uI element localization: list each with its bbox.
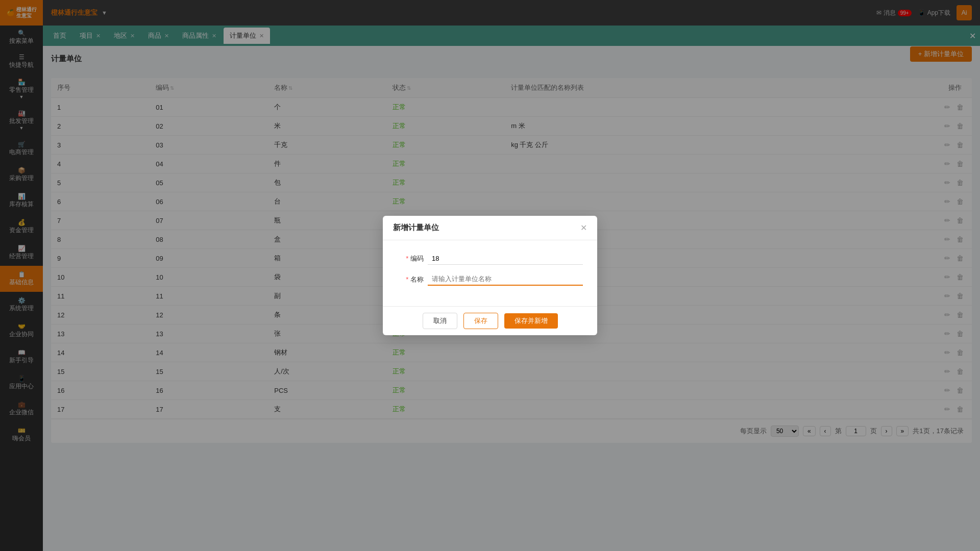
add-unit-modal: 新增计量单位 ✕ * 编码 * 名称 取消 保存 保存并新增 xyxy=(383,216,597,335)
name-input[interactable] xyxy=(428,273,583,286)
modal-overlay: 新增计量单位 ✕ * 编码 * 名称 取消 保存 保存并新增 xyxy=(0,0,980,551)
required-mark: * xyxy=(406,276,408,283)
form-row-name: * 名称 xyxy=(397,273,583,286)
save-button[interactable]: 保存 xyxy=(463,313,498,329)
modal-body: * 编码 * 名称 xyxy=(383,240,597,306)
modal-footer: 取消 保存 保存并新增 xyxy=(383,306,597,335)
modal-title: 新增计量单位 xyxy=(393,223,439,233)
save-and-new-button[interactable]: 保存并新增 xyxy=(504,313,558,329)
modal-close-btn[interactable]: ✕ xyxy=(580,223,587,233)
form-row-code: * 编码 xyxy=(397,253,583,265)
cancel-button[interactable]: 取消 xyxy=(423,313,457,329)
code-label: * 编码 xyxy=(397,254,428,263)
name-label: * 名称 xyxy=(397,275,428,284)
required-mark: * xyxy=(406,255,408,262)
modal-header: 新增计量单位 ✕ xyxy=(383,216,597,240)
code-input[interactable] xyxy=(428,253,583,265)
